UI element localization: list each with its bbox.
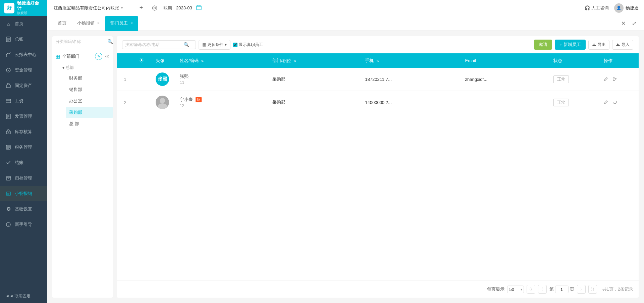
employees-table: 头像 姓名/编码 ⇅ 部门/职位 ⇅ (117, 53, 639, 114)
dept-item-headquarters[interactable]: 总 部 (66, 118, 113, 130)
archive-icon (5, 175, 11, 181)
tab-close-btn[interactable]: ✕ (619, 19, 628, 28)
triangle-icon: ▾ (62, 65, 64, 70)
last-page-button[interactable]: ⟩⟩ (588, 285, 597, 294)
total-info: 共1页，2条记录 (602, 286, 633, 292)
content-area: 首页 小畅报销 × 部门员工 × ✕ ⤢ 🔍 (47, 16, 644, 303)
sidebar-item-tax[interactable]: 税务管理 (0, 140, 47, 155)
tab-employees[interactable]: 部门员工 × (105, 16, 138, 31)
tab-expense-close[interactable]: × (97, 21, 100, 26)
dept-item-sales[interactable]: 销售部 (66, 84, 113, 95)
add-employee-button[interactable]: + 新增员工 (555, 40, 586, 50)
next-page-button[interactable]: ⟩ (577, 285, 586, 294)
svg-rect-2 (200, 5, 200, 6)
per-page-label: 每页显示 (487, 286, 504, 292)
row1-settings (133, 68, 150, 91)
sidebar-item-label: 资金管理 (15, 67, 32, 73)
per-page-select-wrapper: 50 100 200 (507, 286, 524, 293)
sidebar-item-invoice[interactable]: 发票管理 (0, 109, 47, 124)
edit-icon[interactable] (604, 100, 608, 105)
sidebar-item-ledger[interactable]: 总账 (0, 32, 47, 47)
search-input[interactable] (125, 42, 182, 47)
sidebar-item-label: 结账 (15, 160, 23, 166)
svg-text:¥: ¥ (7, 69, 9, 72)
row2-avatar (150, 91, 174, 114)
first-page-button[interactable]: ⟨⟨ (527, 285, 535, 294)
sidebar-item-label: 固定资产 (15, 83, 32, 89)
filter-button[interactable]: ▦ 更多条件 ▾ (199, 40, 230, 50)
grid-icon: ▦ (56, 54, 60, 59)
row1-name: 张熙 11 (174, 68, 267, 91)
unfix-button[interactable]: ◄◄ 取消固定 (0, 289, 47, 303)
sidebar-item-label: 云报表中心 (15, 52, 37, 58)
toolbar: 🔍 ▦ 更多条件 ▾ 显示离职员工 邀请 + 新增员工 (117, 36, 639, 53)
export-button[interactable]: 导出 (588, 40, 609, 50)
inventory-icon (5, 129, 11, 135)
sidebar-item-reports[interactable]: 云报表中心 (0, 47, 47, 62)
collapse-icon[interactable]: ≪ (105, 54, 109, 59)
edit-icon[interactable] (604, 77, 608, 82)
per-page-select[interactable]: 50 100 200 (507, 286, 524, 293)
sidebar-item-settings[interactable]: ⚙ 基础设置 (0, 201, 47, 217)
dept-search-input[interactable] (56, 39, 106, 44)
tax-icon (5, 144, 11, 150)
tab-home[interactable]: 首页 (52, 16, 72, 31)
sidebar-item-closing[interactable]: 结账 (0, 155, 47, 170)
dept-search-icon[interactable]: 🔍 (107, 39, 113, 44)
prev-page-button[interactable]: ⟨ (538, 285, 547, 294)
dept-edit-icon[interactable]: ✎ (95, 53, 102, 60)
row2-status: 正常 (548, 91, 598, 114)
logo-text: 畅捷通好会计 旗舰版 (17, 0, 43, 15)
invite-button[interactable]: 邀请 (534, 40, 552, 50)
svg-text:?: ? (7, 223, 9, 226)
sidebar-item-assets[interactable]: 固定资产 (0, 78, 47, 93)
sidebar-item-funds[interactable]: ¥ 资金管理 (0, 62, 47, 78)
row2-actions (598, 91, 639, 114)
header-divider (131, 5, 131, 11)
row2-settings (133, 91, 150, 114)
svg-point-15 (160, 98, 165, 103)
sidebar-item-inventory[interactable]: 库存核算 (0, 124, 47, 140)
dept-item-office[interactable]: 办公室 (66, 95, 113, 107)
period-label: 账期 (163, 5, 172, 11)
sidebar-item-payroll[interactable]: 工资 (0, 93, 47, 109)
col-no (117, 53, 133, 68)
tab-employees-close[interactable]: × (130, 21, 133, 26)
logout-icon[interactable] (612, 77, 617, 82)
row1-avatar: 张熙 (150, 68, 174, 91)
calendar-icon[interactable] (196, 5, 202, 11)
sidebar-item-guide[interactable]: ? 新手引导 (0, 217, 47, 232)
show-resigned-checkbox-area[interactable]: 显示离职员工 (233, 42, 263, 48)
dept-item-finance[interactable]: 财务部 (66, 72, 113, 84)
sidebar-item-expense[interactable]: 小畅报销 (0, 186, 47, 201)
phone-sort-icon[interactable]: ⇅ (376, 59, 379, 63)
tab-expand-btn[interactable]: ⤢ (629, 19, 639, 28)
user-area[interactable]: 👤 畅捷通 (614, 3, 639, 13)
company-selector[interactable]: 江西服宝精品有限责任公司内账张 ▾ (51, 4, 125, 12)
sidebar-item-label: 小畅报销 (15, 191, 32, 197)
export-icon (592, 42, 596, 47)
settings-icon[interactable] (150, 3, 159, 13)
reports-icon (5, 52, 11, 58)
refresh-icon[interactable] (612, 100, 617, 105)
company-dropdown-icon: ▾ (121, 6, 123, 10)
tab-expense[interactable]: 小畅报销 × (72, 16, 105, 31)
all-depts-item[interactable]: ▦ 全部部门 ✎ ≪ (52, 50, 113, 63)
sidebar-item-label: 税务管理 (15, 144, 32, 150)
name-sort-icon[interactable]: ⇅ (201, 59, 204, 63)
col-settings (133, 53, 150, 68)
page-input[interactable] (555, 286, 569, 293)
show-resigned-checkbox[interactable] (233, 43, 237, 47)
dept-item-purchasing[interactable]: 采购部 (66, 107, 113, 118)
dept-sort-icon[interactable]: ⇅ (293, 59, 296, 63)
service-button[interactable]: 🎧 人工咨询 (585, 5, 609, 11)
logo-area: 好 畅捷通好会计 旗舰版 (0, 0, 47, 16)
ledger-icon (5, 36, 11, 42)
add-company-button[interactable]: + (137, 3, 146, 13)
sidebar-item-archive[interactable]: 归档管理 (0, 170, 47, 186)
action-icons (604, 77, 633, 82)
sidebar-item-home[interactable]: ⌂ 首页 (0, 16, 47, 32)
search-icon[interactable]: 🔍 (183, 42, 189, 47)
import-button[interactable]: 导入 (612, 40, 633, 50)
gear-icon: ⚙ (5, 206, 11, 212)
